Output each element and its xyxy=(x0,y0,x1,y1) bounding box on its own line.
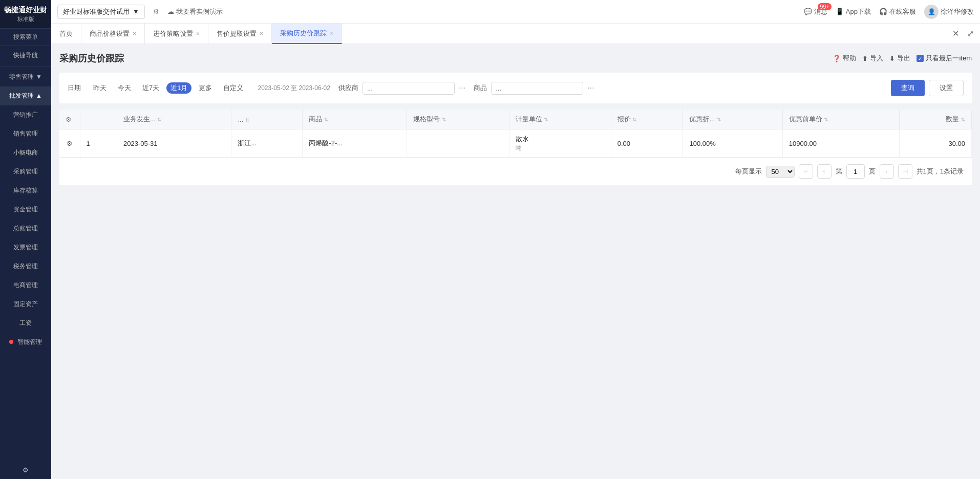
col-more[interactable]: ... ⇅ xyxy=(231,110,303,129)
sidebar-item-ecommerce[interactable]: 电商管理 xyxy=(0,276,51,295)
per-page-select[interactable]: 50 100 200 xyxy=(766,166,795,178)
sidebar-item-sales[interactable]: 销售管理 xyxy=(0,124,51,143)
export-button[interactable]: ⬇ 导出 xyxy=(889,54,910,63)
goods-input[interactable] xyxy=(491,82,583,95)
sidebar-item-ecommerce-small[interactable]: 小畅电商 xyxy=(0,143,51,162)
sort-icon-qty: ⇅ xyxy=(961,117,965,122)
tab-purchase-strategy-close[interactable]: × xyxy=(196,30,200,37)
goods-filter: 商品 ··· xyxy=(474,82,594,95)
sidebar-item-fixed-assets[interactable]: 固定资产 xyxy=(0,295,51,314)
table-row: ⚙ 1 2023-05-31 浙江... 丙烯酸-2-... 散水吨 0.00 … xyxy=(59,129,972,158)
sidebar-item-label: 电商管理 xyxy=(13,281,38,290)
data-table-container: ⚙ 业务发生... ⇅ ... ⇅ 商品 ⇅ 规格型号 ⇅ 计量单位 ⇅ 报价 … xyxy=(59,110,972,158)
col-pre-discount-price[interactable]: 优惠前单价 ⇅ xyxy=(782,110,899,129)
prev-page-button[interactable]: ‹ xyxy=(817,164,832,179)
tab-close-all-icon[interactable]: ✕ xyxy=(950,27,961,40)
topbar-right: 💬 消息 99+ 📱 App下载 🎧 在线客服 👤 徐泽华修改 xyxy=(804,5,974,19)
sidebar-item-label: 营销推广 xyxy=(13,111,38,119)
chevron-up-icon: ▲ xyxy=(36,92,42,99)
avatar: 👤 xyxy=(924,5,939,19)
tab-home-label: 首页 xyxy=(59,29,73,38)
help-label: 帮助 xyxy=(843,54,856,63)
sidebar-item-quick-nav[interactable]: 快捷导航 xyxy=(0,46,51,65)
messages-badge: 99+ xyxy=(818,3,832,10)
tab-price[interactable]: 商品价格设置 × xyxy=(81,24,145,44)
user-menu[interactable]: 👤 徐泽华修改 xyxy=(924,5,974,19)
messages-button[interactable]: 💬 消息 99+ xyxy=(804,7,827,16)
config-icon[interactable]: ⚙ xyxy=(149,6,163,17)
sidebar-item-label: 总账管理 xyxy=(13,224,38,233)
tab-history-price[interactable]: 采购历史价跟踪 × xyxy=(272,24,342,44)
chevron-down-icon: ▼ xyxy=(133,8,139,15)
date-btn-yesterday[interactable]: 昨天 xyxy=(89,82,111,94)
user-name: 徐泽华修改 xyxy=(941,7,974,16)
sidebar-item-general-ledger[interactable]: 总账管理 xyxy=(0,219,51,238)
goods-more-icon[interactable]: ··· xyxy=(587,83,594,93)
query-button[interactable]: 查询 xyxy=(891,80,925,96)
sidebar-item-retail[interactable]: 零售管理 ▼ xyxy=(0,68,51,86)
help-icon: ❓ xyxy=(833,55,841,62)
app-download-button[interactable]: 📱 App下载 xyxy=(836,7,871,16)
col-spec[interactable]: 规格型号 ⇅ xyxy=(407,110,509,129)
col-goods[interactable]: 商品 ⇅ xyxy=(303,110,407,129)
tab-sale-price[interactable]: 售价提取设置 × xyxy=(208,24,272,44)
col-discount[interactable]: 优惠折... ⇅ xyxy=(683,110,782,129)
first-page-button[interactable]: ⊢ xyxy=(799,164,813,179)
tab-price-close[interactable]: × xyxy=(133,30,136,37)
sidebar-search[interactable]: 搜索菜单 xyxy=(0,29,51,46)
sidebar-item-inventory[interactable]: 库存核算 xyxy=(0,181,51,200)
tab-bar: 首页 商品价格设置 × 进价策略设置 × 售价提取设置 × 采购历史价跟踪 × … xyxy=(51,24,980,44)
sidebar-item-marketing[interactable]: 营销推广 xyxy=(0,105,51,124)
date-btn-custom[interactable]: 自定义 xyxy=(219,82,247,94)
date-btn-today[interactable]: 今天 xyxy=(114,82,135,94)
tab-home[interactable]: 首页 xyxy=(51,24,81,44)
col-date[interactable]: 业务发生... ⇅ xyxy=(117,110,231,129)
page-number-input[interactable]: 1 xyxy=(846,164,865,179)
filter-settings-button[interactable]: 设置 xyxy=(929,80,964,96)
goods-label: 商品 xyxy=(474,83,487,93)
sidebar-item-finance[interactable]: 资金管理 xyxy=(0,200,51,219)
page-total: 共1页，1条记录 xyxy=(917,167,964,176)
checkbox-indicator xyxy=(917,55,924,62)
import-button[interactable]: ⬆ 导入 xyxy=(862,54,883,63)
date-btn-more[interactable]: 更多 xyxy=(195,82,216,94)
col-quote[interactable]: 报价 ⇅ xyxy=(611,110,683,129)
row-more: 浙江... xyxy=(231,129,303,158)
support-button[interactable]: 🎧 在线客服 xyxy=(879,7,916,16)
sidebar-settings-icon[interactable]: ⚙ xyxy=(0,461,51,479)
per-page-label: 每页显示 xyxy=(735,167,762,176)
sidebar-item-tax[interactable]: 税务管理 xyxy=(0,257,51,276)
date-btn-1month[interactable]: 近1月 xyxy=(166,82,191,94)
sidebar-item-invoice[interactable]: 发票管理 xyxy=(0,238,51,257)
row-quote: 0.00 xyxy=(611,129,683,158)
tab-sale-price-close[interactable]: × xyxy=(260,30,263,37)
sidebar-item-purchase[interactable]: 采购管理 xyxy=(0,162,51,181)
row-gear[interactable]: ⚙ xyxy=(59,129,80,158)
date-btn-7days[interactable]: 近7天 xyxy=(138,82,163,94)
export-label: 导出 xyxy=(897,54,910,63)
supplier-more-icon[interactable]: ··· xyxy=(459,83,465,93)
tab-expand-icon[interactable]: ⤢ xyxy=(965,27,976,40)
tab-history-price-close[interactable]: × xyxy=(330,30,333,37)
help-button[interactable]: ❓ 帮助 xyxy=(833,54,856,63)
sidebar-item-smart[interactable]: 智能管理 xyxy=(0,333,51,352)
last-page-button[interactable]: ⊣ xyxy=(898,164,912,179)
demo-button[interactable]: ☁ 我要看实例演示 xyxy=(167,7,223,16)
tab-purchase-strategy[interactable]: 进价策略设置 × xyxy=(145,24,208,44)
only-last-checkbox[interactable]: 只看最后一item xyxy=(917,54,972,63)
sidebar-item-label: 库存核算 xyxy=(13,186,38,195)
col-unit[interactable]: 计量单位 ⇅ xyxy=(509,110,611,129)
row-unit: 散水吨 xyxy=(509,129,611,158)
sidebar-item-label: 采购管理 xyxy=(13,167,38,176)
row-goods: 丙烯酸-2-... xyxy=(303,129,407,158)
row-spec xyxy=(407,129,509,158)
version-selector[interactable]: 好业财标准版交付试用 ▼ xyxy=(57,5,145,19)
col-quantity[interactable]: 数量 ⇅ xyxy=(900,110,972,129)
supplier-input[interactable] xyxy=(363,82,455,95)
page-suffix: 页 xyxy=(869,167,876,176)
sidebar-item-wholesale[interactable]: 批发管理 ▲ xyxy=(0,86,51,105)
main-content: 好业财标准版交付试用 ▼ ⚙ ☁ 我要看实例演示 💬 消息 99+ 📱 App下… xyxy=(51,0,980,479)
col-gear[interactable]: ⚙ xyxy=(59,110,80,129)
next-page-button[interactable]: › xyxy=(880,164,894,179)
sidebar-item-payroll[interactable]: 工资 xyxy=(0,314,51,333)
